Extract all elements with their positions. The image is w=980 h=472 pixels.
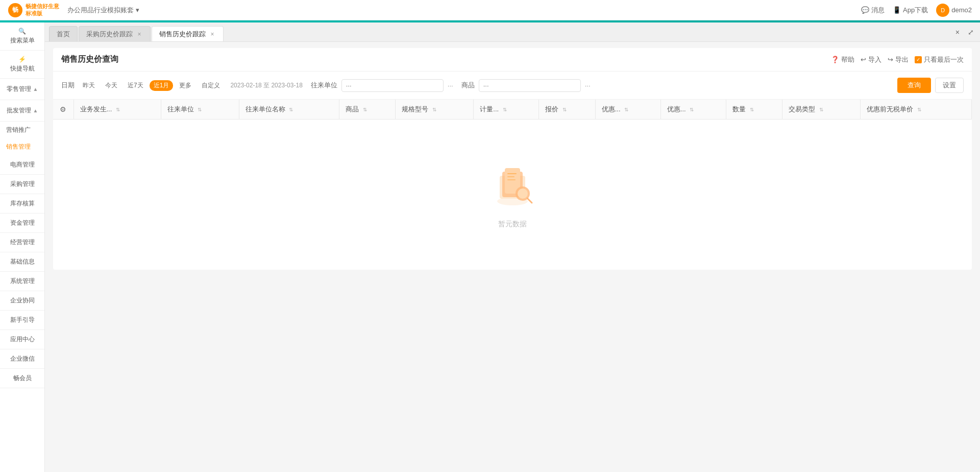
- message-icon: 💬: [861, 6, 869, 14]
- date-range-text: 2023-02-18 至 2023-03-18: [230, 81, 302, 90]
- date-filter-group: 日期 昨天 今天 近7天 近1月 更多 自定义 2023-02-18 至 202…: [61, 80, 303, 91]
- sidebar-item-ecommerce[interactable]: 电商管理: [0, 155, 44, 175]
- date-opt-today[interactable]: 今天: [101, 80, 121, 91]
- tab-home[interactable]: 首页: [49, 26, 78, 41]
- table-th-goods[interactable]: 商品 ⇅: [339, 100, 395, 120]
- sidebar-item-system[interactable]: 系统管理: [0, 272, 44, 291]
- date-opt-last1m[interactable]: 近1月: [150, 80, 174, 91]
- download-action[interactable]: 📱 App下载: [893, 6, 928, 15]
- filter-actions: 查询 设置: [897, 78, 964, 93]
- avatar: D: [936, 4, 949, 17]
- table-th-discount2[interactable]: 优惠... ⇅: [660, 100, 726, 120]
- sidebar-item-retail-mgmt[interactable]: 零售管理 ▲: [0, 79, 44, 100]
- page-title: 销售历史价查询: [61, 54, 118, 65]
- sort-icon-partner-code: ⇅: [198, 107, 202, 112]
- download-icon: 📱: [893, 6, 901, 14]
- sidebar-item-new-guide[interactable]: 新手引导: [0, 311, 44, 330]
- close-all-tabs-button[interactable]: ×: [953, 27, 962, 37]
- sidebar-item-finance[interactable]: 资金管理: [0, 214, 44, 233]
- sidebar-item-member[interactable]: 畅会员: [0, 369, 44, 388]
- table-settings-icon[interactable]: ⚙: [60, 105, 66, 113]
- sort-icon-goods: ⇅: [363, 107, 367, 112]
- table-th-partner-code[interactable]: 往来单位 ⇅: [161, 100, 239, 120]
- settings-button[interactable]: 设置: [935, 78, 964, 93]
- expand-icon-wholesale: ▲: [33, 108, 38, 113]
- sidebar-item-quick-nav[interactable]: ⚡ 快捷导航: [0, 51, 44, 79]
- help-icon: ❓: [831, 56, 839, 63]
- page-content: 销售历史价查询 ❓ 帮助 ↩ 导入 ↪ 导出: [45, 42, 980, 472]
- only-last-checkbox[interactable]: ✓ 只看最后一次: [915, 55, 964, 64]
- maximize-button[interactable]: ⤢: [966, 27, 976, 37]
- help-action[interactable]: ❓ 帮助: [831, 55, 854, 64]
- sort-icon-pretax-price: ⇅: [917, 107, 921, 112]
- export-action[interactable]: ↪ 导出: [888, 55, 909, 64]
- sidebar-item-inventory[interactable]: 库存核算: [0, 194, 44, 214]
- table-th-biz-date[interactable]: 业务发生... ⇅: [74, 100, 161, 120]
- message-action[interactable]: 💬 消息: [861, 6, 885, 15]
- empty-text: 暂元数据: [498, 220, 527, 229]
- table-th-spec[interactable]: 规格型号 ⇅: [396, 100, 474, 120]
- date-opt-last7[interactable]: 近7天: [124, 80, 148, 91]
- date-filter-label: 日期: [61, 81, 75, 90]
- content-area: 首页 采购历史价跟踪 × 销售历史价跟踪 × × ⤢ 销售历史价查询: [45, 22, 980, 472]
- table-settings-th[interactable]: ⚙: [53, 100, 74, 120]
- sidebar-item-sales-mgmt[interactable]: 销售管理: [0, 138, 44, 155]
- import-icon: ↩: [861, 56, 866, 63]
- filter-bar: 日期 昨天 今天 近7天 近1月 更多 自定义 2023-02-18 至 202…: [53, 72, 972, 100]
- sidebar-item-basic-info[interactable]: 基础信息: [0, 252, 44, 272]
- sort-icon-spec: ⇅: [432, 107, 436, 112]
- tab-bar-actions: × ⤢: [953, 27, 976, 37]
- table-th-unit[interactable]: 计量... ⇅: [474, 100, 539, 120]
- sidebar-item-purchase[interactable]: 采购管理: [0, 175, 44, 194]
- sort-icon-unit: ⇅: [503, 107, 507, 112]
- import-action[interactable]: ↩ 导入: [861, 55, 881, 64]
- sort-icon-discount2: ⇅: [690, 107, 694, 112]
- app-selector[interactable]: 办公用品行业模拟账套 ▾: [63, 4, 143, 17]
- logo-icon: 畅: [8, 3, 22, 17]
- sidebar-item-enterprise-wechat[interactable]: 企业微信: [0, 349, 44, 369]
- table-th-price[interactable]: 报价 ⇅: [539, 100, 595, 120]
- date-opt-custom[interactable]: 自定义: [198, 80, 224, 91]
- sort-icon-trade-type: ⇅: [819, 107, 823, 112]
- sidebar-item-enterprise-collab[interactable]: 企业协同: [0, 291, 44, 311]
- table-th-pretax-price[interactable]: 优惠前无税单价 ⇅: [861, 100, 972, 120]
- page-panel: 销售历史价查询 ❓ 帮助 ↩ 导入 ↪ 导出: [53, 48, 972, 270]
- svg-point-5: [518, 188, 528, 199]
- goods-filter-label: 商品: [461, 81, 475, 90]
- goods-input[interactable]: [479, 79, 581, 92]
- close-sales-tab[interactable]: ×: [209, 31, 216, 38]
- user-action[interactable]: D demo2: [936, 4, 972, 17]
- logo-area: 畅 畅捷信好生意 标准版: [8, 3, 59, 17]
- expand-icon: ▲: [33, 86, 38, 92]
- close-purchase-tab[interactable]: ×: [136, 31, 143, 38]
- sort-icon-price: ⇅: [562, 107, 567, 112]
- tab-sales-history[interactable]: 销售历史价跟踪 ×: [152, 26, 224, 41]
- goods-dots: ···: [585, 82, 591, 89]
- sidebar-item-wholesale-mgmt[interactable]: 批发管理 ▲: [0, 100, 44, 122]
- tab-purchase-history[interactable]: 采购历史价跟踪 ×: [79, 26, 151, 41]
- data-table: ⚙ 业务发生... ⇅ 往来单位 ⇅: [53, 100, 972, 120]
- query-button[interactable]: 查询: [897, 78, 931, 93]
- partner-filter-group: 往来单位 ···: [311, 79, 453, 92]
- date-opt-yesterday[interactable]: 昨天: [79, 80, 99, 91]
- table-th-trade-type[interactable]: 交易类型 ⇅: [782, 100, 861, 120]
- sort-icon-partner-name: ⇅: [289, 107, 293, 112]
- table-th-discount1[interactable]: 优惠... ⇅: [595, 100, 660, 120]
- sort-icon-qty: ⇅: [750, 107, 754, 112]
- table-th-qty[interactable]: 数量 ⇅: [726, 100, 782, 120]
- svg-rect-9: [507, 179, 516, 180]
- search-icon: 🔍: [18, 28, 26, 35]
- sidebar-item-search-menu[interactable]: 🔍 搜索菜单: [0, 22, 44, 51]
- page-header-actions: ❓ 帮助 ↩ 导入 ↪ 导出 ✓ 只看最后一次: [831, 55, 964, 64]
- sidebar-item-operations[interactable]: 经营管理: [0, 233, 44, 252]
- svg-line-6: [527, 198, 532, 203]
- partner-input[interactable]: [341, 79, 444, 92]
- table-container: ⚙ 业务发生... ⇅ 往来单位 ⇅: [53, 100, 972, 270]
- export-icon: ↪: [888, 56, 893, 63]
- sidebar-item-app-center[interactable]: 应用中心: [0, 330, 44, 349]
- date-opt-more[interactable]: 更多: [175, 80, 195, 91]
- sidebar-item-marketing[interactable]: 营销推广: [0, 122, 44, 138]
- logo-text: 畅捷信好生意 标准版: [26, 3, 59, 16]
- goods-filter-group: 商品 ···: [461, 79, 591, 92]
- table-th-partner-name[interactable]: 往来单位名称 ⇅: [239, 100, 339, 120]
